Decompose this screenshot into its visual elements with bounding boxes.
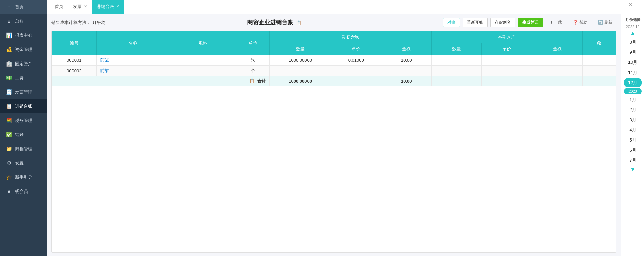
checkout-icon: ✅ xyxy=(6,132,12,138)
cell-opening-qty: 1000.00000 xyxy=(269,55,331,66)
month-2[interactable]: 2月 xyxy=(624,105,642,114)
sidebar-item-vip[interactable]: V 畅会员 xyxy=(0,184,47,199)
cell-current-in-amount xyxy=(532,55,582,66)
settings-icon: ⚙ xyxy=(6,160,12,166)
month-3[interactable]: 3月 xyxy=(624,115,642,125)
sidebar-item-label: 税务管理 xyxy=(15,118,32,124)
sidebar-item-label: 总账 xyxy=(15,18,24,24)
cell-current-out-qty xyxy=(582,55,616,66)
month-7[interactable]: 7月 xyxy=(624,156,642,165)
guide-icon: 🎓 xyxy=(6,174,12,180)
month-10[interactable]: 10月 xyxy=(624,58,642,67)
col-header-opening-amount: 金额 xyxy=(381,43,432,55)
month-4[interactable]: 4月 xyxy=(624,125,642,135)
toolbar-right: 对账 重新开账 存货别名 生成凭证 ⬇ 下载 ❓ 帮助 🔄 刷新 xyxy=(443,18,616,27)
tab-invoice-close[interactable]: ✕ xyxy=(84,4,87,9)
sidebar-item-label: 发票管理 xyxy=(15,89,32,95)
sidebar-item-checkout[interactable]: ✅ 结账 xyxy=(0,128,47,142)
sidebar-item-purchase-ledger[interactable]: 📋 进销台账 xyxy=(0,99,47,113)
sidebar-item-label: 畅会员 xyxy=(15,188,28,195)
col-header-current-out-qty: 数 xyxy=(582,31,616,55)
reopen-button[interactable]: 重新开账 xyxy=(463,18,488,27)
scroll-down-arrow[interactable]: ▼ xyxy=(629,165,637,174)
month-11[interactable]: 11月 xyxy=(624,68,642,77)
sidebar: ⌂ 首页 ≡ 总账 📊 报表中心 💰 资金管理 🏢 固定资产 💵 工资 🧾 发票… xyxy=(0,0,47,256)
scroll-up-arrow[interactable]: ▲ xyxy=(629,29,637,37)
cell-name: 前缸 xyxy=(96,55,169,66)
month-9[interactable]: 9月 xyxy=(624,48,642,57)
cell-code: 000001 xyxy=(52,55,97,66)
purchase-ledger-icon: 📋 xyxy=(6,103,12,109)
month-1[interactable]: 1月 xyxy=(624,95,642,104)
tab-invoice[interactable]: 发票 ✕ xyxy=(68,0,92,14)
sidebar-item-assets[interactable]: 🏢 固定资产 xyxy=(0,57,47,71)
tab-bar: 首页 发票 ✕ 进销台账 ✕ xyxy=(47,0,644,14)
cell-opening-price: 0.01000 xyxy=(331,55,381,66)
col-header-opening-price: 单价 xyxy=(331,43,381,55)
archive-icon: 📁 xyxy=(6,146,12,152)
sidebar-item-funds[interactable]: 💰 资金管理 xyxy=(0,43,47,57)
month-5[interactable]: 5月 xyxy=(624,135,642,145)
cell-opening-qty xyxy=(269,66,331,76)
month-8[interactable]: 8月 xyxy=(624,37,642,47)
total-current-in-qty xyxy=(432,76,482,86)
month-12[interactable]: 12月 xyxy=(624,78,642,87)
col-header-opening-qty: 数量 xyxy=(269,43,331,55)
refresh-button[interactable]: 🔄 刷新 xyxy=(594,18,616,27)
sidebar-item-label: 进销台账 xyxy=(15,103,32,109)
table-row: 000001 前缸 只 1000.00000 0.01000 10.00 xyxy=(52,55,616,66)
year-2022-label: 2022.12 xyxy=(626,25,640,29)
total-label: 📋 合计 xyxy=(52,76,270,86)
sidebar-item-guide[interactable]: 🎓 新手引导 xyxy=(0,170,47,184)
tab-home[interactable]: 首页 xyxy=(50,0,68,14)
reports-icon: 📊 xyxy=(6,32,12,39)
col-header-current-in-price: 单价 xyxy=(482,43,532,55)
sidebar-item-label: 工资 xyxy=(15,75,24,81)
save-alias-button[interactable]: 存货别名 xyxy=(490,18,515,27)
sidebar-item-reports[interactable]: 📊 报表中心 xyxy=(0,28,47,43)
tab-purchase-ledger-label: 进销台账 xyxy=(96,4,114,10)
cost-method-value: 月平均 xyxy=(92,20,106,26)
month-6[interactable]: 6月 xyxy=(624,146,642,155)
col-header-opening-balance: 期初余额 xyxy=(269,31,431,43)
generate-voucher-button[interactable]: 生成凭证 xyxy=(518,18,543,27)
cost-method-label: 销售成本计算方法： xyxy=(51,20,91,26)
sidebar-item-ledger[interactable]: ≡ 总账 xyxy=(0,14,47,28)
sidebar-item-label: 归档管理 xyxy=(15,146,32,152)
col-header-spec: 规格 xyxy=(169,31,236,55)
total-current-out-qty xyxy=(582,76,616,86)
sidebar-item-label: 报表中心 xyxy=(15,32,32,39)
total-opening-qty: 1000.00000 xyxy=(269,76,331,86)
cell-opening-price xyxy=(331,66,381,76)
sidebar-item-archive[interactable]: 📁 归档管理 xyxy=(0,142,47,156)
help-button[interactable]: ❓ 帮助 xyxy=(569,18,591,27)
main-area: ✕ ⛶ 首页 发票 ✕ 进销台账 ✕ 销售成本计算方法： 月平均 xyxy=(47,0,644,256)
invoice-mgmt-icon: 🧾 xyxy=(6,89,12,95)
sidebar-item-settings[interactable]: ⚙ 设置 xyxy=(0,156,47,170)
cell-current-in-price xyxy=(482,55,532,66)
tab-purchase-ledger[interactable]: 进销台账 ✕ xyxy=(92,0,124,14)
refresh-icon: 🔄 xyxy=(598,20,603,25)
match-button[interactable]: 对账 xyxy=(443,18,460,27)
cell-spec xyxy=(169,55,236,66)
cell-current-in-qty xyxy=(432,66,482,76)
home-icon: ⌂ xyxy=(6,4,12,10)
sidebar-item-home[interactable]: ⌂ 首页 xyxy=(0,0,47,14)
cell-opening-amount xyxy=(381,66,432,76)
col-header-code: 编号 xyxy=(52,31,97,55)
sidebar-item-invoice-mgmt[interactable]: 🧾 发票管理 xyxy=(0,85,47,99)
download-button[interactable]: ⬇ 下载 xyxy=(546,18,566,27)
sidebar-item-wages[interactable]: 💵 工资 xyxy=(0,71,47,85)
info-icon[interactable]: 📋 xyxy=(296,20,301,25)
toolbar-row: 销售成本计算方法： 月平均 商贸企业进销台账 📋 对账 重新开账 存货别名 生成… xyxy=(51,18,616,27)
funds-icon: 💰 xyxy=(6,47,12,53)
sidebar-item-tax[interactable]: 🧮 税务管理 xyxy=(0,113,47,128)
cell-current-out-qty xyxy=(582,66,616,76)
expand-window-button[interactable]: ⛶ xyxy=(636,2,641,8)
cell-current-in-price xyxy=(482,66,532,76)
table-wrapper: 编号 名称 规格 单位 期初余额 本期入库 数 数量 单价 金额 数 xyxy=(51,31,616,253)
close-window-button[interactable]: ✕ xyxy=(628,2,633,8)
tab-purchase-ledger-close[interactable]: ✕ xyxy=(116,4,119,9)
tab-invoice-label: 发票 xyxy=(73,4,82,10)
toolbar-left: 销售成本计算方法： 月平均 xyxy=(51,20,106,26)
